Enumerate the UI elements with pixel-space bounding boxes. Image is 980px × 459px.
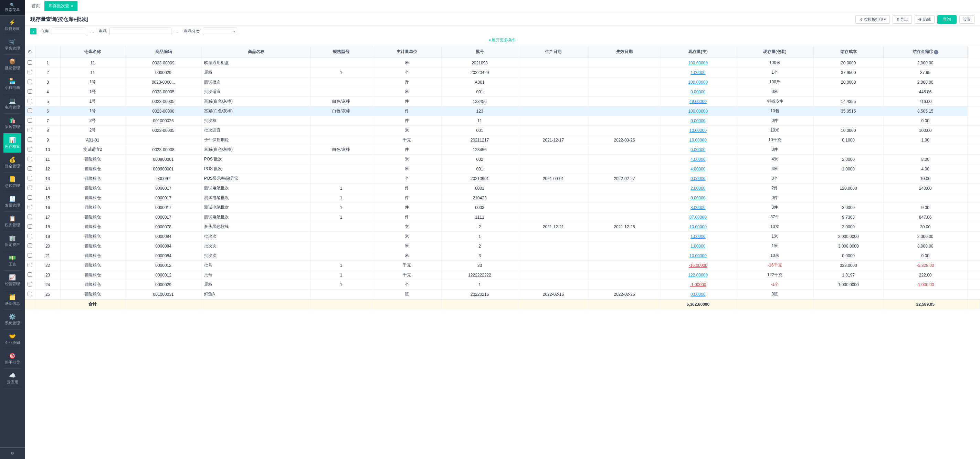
row-select[interactable] <box>27 89 32 94</box>
row-select[interactable] <box>27 234 32 238</box>
product-input[interactable] <box>110 27 172 35</box>
qty-link[interactable]: 0.00000 <box>690 147 705 152</box>
qty-link[interactable]: 122.00000 <box>688 273 708 277</box>
row-qty_main[interactable]: 4.00000 <box>660 155 736 164</box>
row-qty_main[interactable]: 10.00000 <box>660 126 736 135</box>
row-select[interactable] <box>27 195 32 200</box>
row-checkbox[interactable] <box>25 58 35 68</box>
qty-link[interactable]: 10.00000 <box>689 138 707 143</box>
total-amount-info-icon[interactable]: i <box>934 50 939 54</box>
row-select[interactable] <box>27 147 32 151</box>
qty-link[interactable]: 10.00000 <box>689 128 707 133</box>
qty-link[interactable]: 49.60000 <box>689 99 707 104</box>
row-select[interactable] <box>27 292 32 296</box>
row-checkbox[interactable] <box>25 241 35 251</box>
qty-link[interactable]: 1.00000 <box>690 244 705 249</box>
qty-link[interactable]: 10.00000 <box>689 253 707 258</box>
qty-link[interactable]: -1.00000 <box>690 282 706 287</box>
row-checkbox[interactable] <box>25 183 35 193</box>
row-qty_main[interactable]: 0.00000 <box>660 193 736 203</box>
row-qty_main[interactable]: 10.00000 <box>660 222 736 232</box>
row-select[interactable] <box>27 244 32 248</box>
row-select[interactable] <box>27 186 32 190</box>
qty-link[interactable]: -16.00000 <box>689 263 707 268</box>
sidebar-settings[interactable]: ⚙ <box>0 447 25 459</box>
row-select[interactable] <box>27 273 32 277</box>
qty-link[interactable]: 0.00000 <box>690 176 705 181</box>
qty-link[interactable]: 10.00000 <box>689 225 707 230</box>
row-select[interactable] <box>27 70 32 74</box>
row-checkbox[interactable] <box>25 174 35 183</box>
row-select[interactable] <box>27 80 32 84</box>
qty-link[interactable]: 100.00000 <box>688 109 708 114</box>
row-select[interactable] <box>27 118 32 123</box>
sidebar-item-inventory[interactable]: 📊库存核算 <box>3 133 21 153</box>
row-qty_main[interactable]: 100.00000 <box>660 58 736 68</box>
sidebar-item-invoice[interactable]: 🧾发票管理 <box>3 192 21 212</box>
row-select[interactable] <box>27 263 32 267</box>
qty-link[interactable]: 1.00000 <box>690 234 705 239</box>
row-checkbox[interactable] <box>25 164 35 174</box>
row-select[interactable] <box>27 157 32 161</box>
row-qty_main[interactable]: 0.00000 <box>660 174 736 183</box>
row-select[interactable] <box>27 108 32 113</box>
row-qty_main[interactable]: 1.00000 <box>660 68 736 78</box>
sidebar-search-menu[interactable]: 🔍 搜索菜单 <box>0 0 25 16</box>
row-qty_main[interactable]: 4.00000 <box>660 164 736 174</box>
row-qty_main[interactable]: 3.00000 <box>660 203 736 212</box>
row-qty_main[interactable]: 49.60000 <box>660 97 736 107</box>
row-qty_main[interactable]: 1.00000 <box>660 232 736 241</box>
row-checkbox[interactable] <box>25 97 35 107</box>
sidebar-item-batch[interactable]: 📦批发管理 <box>3 55 21 74</box>
row-select[interactable] <box>27 215 32 219</box>
row-checkbox[interactable] <box>25 107 35 116</box>
qty-link[interactable]: 0.00000 <box>690 196 705 201</box>
sidebar-item-quick-nav[interactable]: ⚡快捷导航 <box>3 16 21 35</box>
main-search-button[interactable]: 查询 <box>937 15 956 24</box>
qty-link[interactable]: 0.00000 <box>690 118 705 123</box>
sidebar-item-fixed-assets[interactable]: 🏢固定资产 <box>3 231 21 251</box>
row-qty_main[interactable]: 0.00000 <box>660 116 736 126</box>
qty-link[interactable]: 2.00000 <box>690 186 705 191</box>
row-select[interactable] <box>27 166 32 171</box>
qty-link[interactable]: 0.00000 <box>690 292 705 297</box>
sidebar-item-cloud-app[interactable]: ☁️云应用 <box>3 369 21 389</box>
sidebar-item-system[interactable]: ⚙️系统管理 <box>3 310 21 330</box>
row-checkbox[interactable] <box>25 126 35 135</box>
row-qty_main[interactable]: 0.00000 <box>660 145 736 155</box>
category-select[interactable] <box>203 27 237 35</box>
row-qty_main[interactable]: 2.00000 <box>660 183 736 193</box>
qty-link[interactable]: 0.00000 <box>690 89 705 94</box>
row-select[interactable] <box>27 282 32 287</box>
row-select[interactable] <box>27 60 32 65</box>
row-qty_main[interactable]: 100.00000 <box>660 107 736 116</box>
qty-link[interactable]: 100.00000 <box>688 61 708 65</box>
sidebar-item-accounting[interactable]: 📒总账管理 <box>3 172 21 192</box>
row-select[interactable] <box>27 253 32 258</box>
settings-button[interactable]: 设置 <box>959 15 975 24</box>
sidebar-item-mini-shop[interactable]: 🏪小粒电商 <box>3 74 21 94</box>
row-qty_main[interactable]: 10.00000 <box>660 251 736 261</box>
export-button[interactable]: ⬆ 导出 <box>892 15 912 24</box>
row-checkbox[interactable] <box>25 135 35 145</box>
row-qty_main[interactable]: 87.00000 <box>660 212 736 222</box>
row-select[interactable] <box>27 99 32 103</box>
row-qty_main[interactable]: 0.00000 <box>660 87 736 97</box>
row-select[interactable] <box>27 137 32 142</box>
sidebar-item-sales[interactable]: 🛒零售管理 <box>3 35 21 55</box>
expand-icon[interactable]: › <box>30 28 37 34</box>
expand-conditions-button[interactable]: ▾ 展开更多条件 <box>489 37 516 43</box>
row-checkbox[interactable] <box>25 155 35 164</box>
sidebar-item-purchase[interactable]: 🛍️采购管理 <box>3 114 21 133</box>
qty-link[interactable]: 4.00000 <box>690 157 705 162</box>
row-qty_main[interactable]: -1.00000 <box>660 280 736 290</box>
hide-button[interactable]: 👁 隐藏 <box>915 15 935 24</box>
row-checkbox[interactable] <box>25 212 35 222</box>
row-checkbox[interactable] <box>25 222 35 232</box>
row-select[interactable] <box>27 224 32 229</box>
tab-inventory-batch[interactable]: 库存批次查 ✕ <box>45 1 78 11</box>
row-checkbox[interactable] <box>25 270 35 280</box>
row-select[interactable] <box>27 176 32 180</box>
qty-link[interactable]: 4.00000 <box>690 167 705 172</box>
sidebar-item-finance[interactable]: 💰资金管理 <box>3 153 21 172</box>
